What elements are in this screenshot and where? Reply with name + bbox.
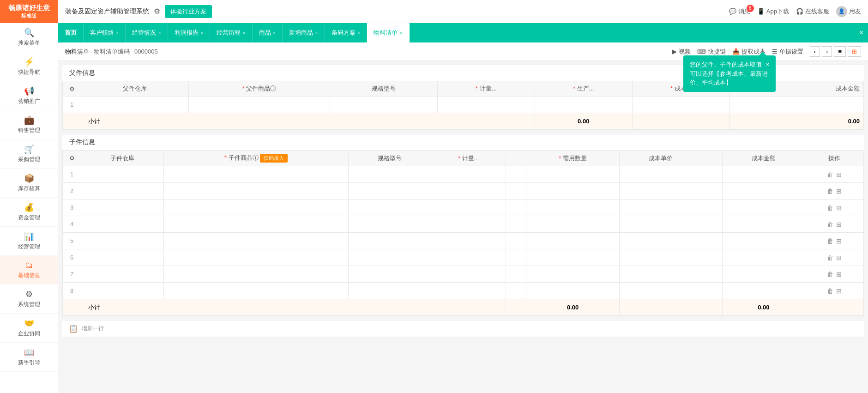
copy-icon-2[interactable]: ⊞	[836, 187, 842, 195]
child-row-4-unit-cost[interactable]	[619, 216, 702, 233]
child-row-2-warehouse[interactable]	[81, 183, 164, 200]
child-row-3-unit[interactable]	[431, 200, 506, 216]
add-row-icon[interactable]: 📋	[69, 324, 78, 333]
child-row-2-unit[interactable]	[431, 183, 506, 200]
nav-tab-7[interactable]: 条码方案×	[325, 23, 367, 42]
child-row-1-qty[interactable]	[526, 166, 620, 183]
child-row-1-warehouse[interactable]	[81, 166, 164, 183]
child-row-5-warehouse[interactable]	[81, 233, 164, 249]
child-row-7-warehouse[interactable]	[81, 266, 164, 283]
child-row-3-spec[interactable]	[349, 200, 431, 216]
nav-tab-close-6[interactable]: ×	[315, 30, 318, 36]
sidebar-item-quick-nav[interactable]: ⚡ 快捷导航	[0, 52, 58, 81]
sidebar-item-marketing[interactable]: 📢 营销推广	[0, 81, 58, 110]
child-row-5-spec[interactable]	[349, 233, 431, 249]
list-view-btn[interactable]: ≡	[834, 46, 846, 57]
child-row-3-unit-cost[interactable]	[619, 200, 702, 216]
nav-tab-close-4[interactable]: ×	[242, 30, 245, 36]
child-row-5-qty[interactable]	[526, 233, 620, 249]
child-row-4-product[interactable]	[163, 216, 348, 233]
sidebar-item-purchase[interactable]: 🛒 采购管理	[0, 139, 58, 169]
child-row-1-product[interactable]	[163, 166, 348, 183]
parent-row-1-cost[interactable]	[632, 97, 729, 113]
nav-tab-1[interactable]: 客户联络×	[84, 23, 126, 42]
child-row-7-spec[interactable]	[349, 266, 431, 283]
nav-tab-close-2[interactable]: ×	[158, 30, 161, 36]
settings-icon[interactable]: ⚙	[154, 7, 160, 16]
child-row-4-warehouse[interactable]	[81, 216, 164, 233]
nav-tab-close-8[interactable]: ×	[399, 30, 402, 36]
child-row-1-unit[interactable]	[431, 166, 506, 183]
parent-col-settings[interactable]: ⚙	[63, 81, 81, 97]
sidebar-item-operations[interactable]: 📊 经营管理	[0, 227, 58, 256]
nav-tab-2[interactable]: 经营情况×	[126, 23, 168, 42]
nav-left-btn[interactable]: ‹	[810, 46, 820, 57]
copy-icon-8[interactable]: ⊞	[836, 287, 842, 295]
delete-icon-2[interactable]: 🗑	[827, 187, 833, 195]
child-row-5-unit[interactable]	[431, 233, 506, 249]
child-row-3-warehouse[interactable]	[81, 200, 164, 216]
nav-tab-4[interactable]: 经营历程×	[210, 23, 252, 42]
child-row-6-unit[interactable]	[431, 249, 506, 266]
child-row-6-qty[interactable]	[526, 249, 620, 266]
nav-tab-3[interactable]: 利润报告×	[168, 23, 210, 42]
child-row-3-product[interactable]	[163, 200, 348, 216]
nav-tab-5[interactable]: 商品×	[253, 23, 283, 42]
child-row-8-unit-cost[interactable]	[619, 283, 702, 299]
nav-tab-close-1[interactable]: ×	[116, 30, 119, 36]
shortcut-btn[interactable]: ⌨ 快捷键	[697, 48, 726, 56]
child-row-4-qty[interactable]	[526, 216, 620, 233]
copy-icon-6[interactable]: ⊞	[836, 254, 842, 261]
copy-icon-3[interactable]: ⊞	[836, 204, 842, 212]
child-row-7-unit[interactable]	[431, 266, 506, 283]
sidebar-item-search[interactable]: 🔍 搜索菜单	[0, 23, 58, 52]
child-row-8-spec[interactable]	[349, 283, 431, 299]
child-row-6-spec[interactable]	[349, 249, 431, 266]
child-row-5-product[interactable]	[163, 233, 348, 249]
delete-icon-3[interactable]: 🗑	[827, 204, 833, 212]
copy-icon-1[interactable]: ⊞	[836, 171, 842, 178]
child-row-2-product[interactable]	[163, 183, 348, 200]
child-row-1-unit-cost[interactable]	[619, 166, 702, 183]
child-row-6-warehouse[interactable]	[81, 249, 164, 266]
child-row-8-warehouse[interactable]	[81, 283, 164, 299]
child-row-1-spec[interactable]	[349, 166, 431, 183]
child-row-2-unit-cost[interactable]	[619, 183, 702, 200]
child-row-3-qty[interactable]	[526, 200, 620, 216]
parent-row-1-warehouse[interactable]	[81, 97, 189, 113]
delete-icon-7[interactable]: 🗑	[827, 271, 833, 278]
child-row-6-product[interactable]	[163, 249, 348, 266]
sidebar-item-basic-info[interactable]: 🗂 基础信息	[0, 256, 58, 284]
delete-icon-6[interactable]: 🗑	[827, 254, 833, 261]
parent-row-1-produce[interactable]	[535, 97, 632, 113]
nav-tab-6[interactable]: 新增商品×	[283, 23, 325, 42]
parent-row-1-spec[interactable]	[330, 97, 437, 113]
child-row-6-unit-cost[interactable]	[619, 249, 702, 266]
child-row-8-unit[interactable]	[431, 283, 506, 299]
sidebar-item-guide[interactable]: 📖 新手引导	[0, 343, 58, 372]
single-settings-btn[interactable]: ☰ 单据设置	[772, 48, 803, 56]
delete-icon-5[interactable]: 🗑	[827, 237, 833, 245]
child-row-4-spec[interactable]	[349, 216, 431, 233]
copy-icon-7[interactable]: ⊞	[836, 271, 842, 278]
child-row-5-unit-cost[interactable]	[619, 233, 702, 249]
delete-icon-1[interactable]: 🗑	[827, 171, 833, 178]
child-row-4-unit[interactable]	[431, 216, 506, 233]
child-row-2-qty[interactable]	[526, 183, 620, 200]
nav-right-btn[interactable]: ›	[822, 46, 832, 57]
child-row-2-spec[interactable]	[349, 183, 431, 200]
child-row-8-qty[interactable]	[526, 283, 620, 299]
sidebar-item-sales[interactable]: 💼 销售管理	[0, 110, 58, 139]
copy-icon-5[interactable]: ⊞	[836, 237, 842, 245]
sidebar-item-inventory[interactable]: 📦 库存核算	[0, 169, 58, 198]
user-item[interactable]: 👤 用友	[836, 6, 861, 17]
parent-row-1-product[interactable]	[188, 97, 330, 113]
app-download-item[interactable]: 📱 App下载	[757, 7, 789, 16]
nav-tab-close-3[interactable]: ×	[200, 30, 203, 36]
nav-tab-0[interactable]: 首页	[58, 23, 84, 42]
child-row-8-product[interactable]	[163, 283, 348, 299]
form-view-btn[interactable]: ⊞	[848, 46, 861, 57]
sidebar-item-system[interactable]: ⚙ 系统管理	[0, 284, 58, 314]
online-service-item[interactable]: 🎧 在线客服	[796, 7, 829, 16]
tooltip-close[interactable]: ×	[766, 60, 769, 69]
